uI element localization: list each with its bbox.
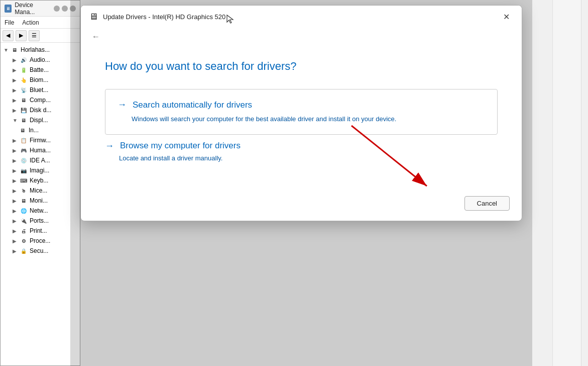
option2-title-text: Browse my computer for drivers <box>120 141 241 151</box>
dm-tree-intel-gpu[interactable]: 🖥 In... <box>1 125 80 135</box>
dm-menu-action[interactable]: Action <box>20 19 41 26</box>
option1-arrow: → <box>117 100 127 110</box>
dialog-title: 🖥 Update Drivers - Intel(R) HD Graphics … <box>89 12 225 22</box>
dm-minimize-btn[interactable] <box>54 6 60 12</box>
dm-tree: ▼ 🖥 Horlahas... ▶ 🔊 Audio... ▶ 🔋 Batte..… <box>1 43 80 365</box>
option1-description: Windows will search your computer for th… <box>117 114 485 124</box>
dm-tree-print[interactable]: ▶ 🖨 Print... <box>1 226 80 236</box>
dm-tree-monitors[interactable]: ▶ 🖥 Moni... <box>1 196 80 206</box>
dm-tree-audio[interactable]: ▶ 🔊 Audio... <box>1 55 80 65</box>
dm-tree-bluetooth[interactable]: ▶ 📡 Bluet... <box>1 85 80 95</box>
scrollbar[interactable] <box>581 0 588 366</box>
dm-toolbar: ◀ ▶ ☰ <box>1 29 80 43</box>
dialog-question: How do you want to search for drivers? <box>105 60 498 73</box>
dm-tree-computer[interactable]: ▶ 🖥 Comp... <box>1 95 80 105</box>
root-caret: ▼ <box>4 47 9 53</box>
dialog-nav: ← <box>81 28 522 48</box>
dm-tree-processor[interactable]: ▶ ⚙ Proce... <box>1 236 80 246</box>
dm-titlebar: 🖥 Device Mana... <box>1 1 80 17</box>
dm-tree-biometrics[interactable]: ▶ 👆 Biom... <box>1 75 80 85</box>
option2-description: Locate and install a driver manually. <box>105 154 498 162</box>
dm-menu-file[interactable]: File <box>3 19 16 26</box>
dm-tree-ports[interactable]: ▶ 🔌 Ports... <box>1 216 80 226</box>
right-bg <box>552 0 588 366</box>
update-drivers-dialog: 🖥 Update Drivers - Intel(R) HD Graphics … <box>80 5 522 221</box>
dm-tree-root[interactable]: ▼ 🖥 Horlahas... <box>1 45 80 55</box>
dm-back-btn[interactable]: ◀ <box>3 30 14 41</box>
dialog-overlay: 🖥 Update Drivers - Intel(R) HD Graphics … <box>70 0 532 366</box>
dialog-titlebar: 🖥 Update Drivers - Intel(R) HD Graphics … <box>81 6 522 28</box>
dialog-content: How do you want to search for drivers? →… <box>81 48 522 190</box>
dialog-title-text: Update Drivers - Intel(R) HD Graphics 52… <box>103 13 225 21</box>
dm-properties-btn[interactable]: ☰ <box>29 30 40 41</box>
device-manager-window: 🖥 Device Mana... File Action ◀ ▶ ☰ ▼ 🖥 H… <box>0 0 80 366</box>
dm-tree-network[interactable]: ▶ 🌐 Netw... <box>1 206 80 216</box>
option1-title: → Search automatically for drivers <box>117 100 485 110</box>
dm-tree-display[interactable]: ▼ 🖥 Displ... <box>1 115 80 125</box>
dialog-footer: Cancel <box>81 190 522 221</box>
dialog-close-button[interactable]: ✕ <box>499 9 514 24</box>
dm-title-icon: 🖥 <box>5 5 12 13</box>
dm-menubar: File Action <box>1 17 80 29</box>
dm-tree-mice[interactable]: ▶ 🖱 Mice... <box>1 186 80 196</box>
option2-arrow: → <box>105 141 114 151</box>
option1-card[interactable]: → Search automatically for drivers Windo… <box>105 89 498 135</box>
dm-tree-keyboard[interactable]: ▶ ⌨ Keyb... <box>1 175 80 186</box>
option2-title[interactable]: → Browse my computer for drivers <box>105 141 498 151</box>
dm-tree-battery[interactable]: ▶ 🔋 Batte... <box>1 65 80 75</box>
dm-tree-ide[interactable]: ▶ 💿 IDE A... <box>1 155 80 165</box>
option1-title-text: Search automatically for drivers <box>133 100 252 110</box>
dm-title-text: Device Mana... <box>15 2 51 16</box>
dm-tree-disk[interactable]: ▶ 💾 Disk d... <box>1 105 80 115</box>
dm-maximize-btn[interactable] <box>62 6 68 12</box>
dialog-title-icon: 🖥 <box>89 12 98 22</box>
dm-tree-firmware[interactable]: ▶ 📋 Firmw... <box>1 135 80 145</box>
root-label: Horlahas... <box>21 46 50 53</box>
dm-tree-hid[interactable]: ▶ 🎮 Huma... <box>1 145 80 155</box>
root-icon: 🖥 <box>11 46 19 54</box>
cancel-button[interactable]: Cancel <box>464 196 510 211</box>
dm-tree-security[interactable]: ▶ 🔒 Secu... <box>1 246 80 256</box>
dialog-back-button[interactable]: ← <box>89 30 103 44</box>
dm-tree-imaging[interactable]: ▶ 📷 Imagi... <box>1 165 80 175</box>
option2-section: → Browse my computer for drivers Locate … <box>105 141 498 162</box>
dm-forward-btn[interactable]: ▶ <box>16 30 27 41</box>
